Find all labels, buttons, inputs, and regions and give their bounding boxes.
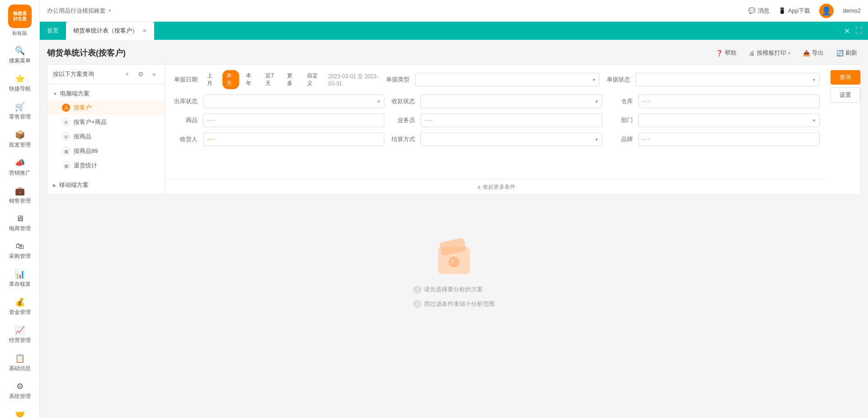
empty-tip-1: 1 请先选择要分析的方案 [413,284,495,295]
sidebar-item-purchase[interactable]: 🛍 采购管理 [0,237,39,265]
order-status-select[interactable]: ▾ [636,73,820,86]
department-select[interactable]: ▾ [638,114,820,127]
export-label: 导出 [812,49,824,57]
filter-row-2: 出库状态 ▾ 收款状态 ▾ 仓库 [172,95,820,108]
tab-sales-stat[interactable]: 销货单统计表（按客户） ✕ [66,22,154,40]
download-icon: 📱 [778,7,786,14]
sidebar-item-wholesale[interactable]: 📦 批发管理 [0,125,39,153]
refresh-btn[interactable]: 🔄 刷新 [833,47,861,59]
user-avatar-img: 👤 [821,6,831,16]
date-btn-more[interactable]: 更多 [283,70,300,89]
sidebar-item-marketing[interactable]: 📣 营销推广 [0,153,39,181]
app-title-dropdown[interactable]: ▾ [108,8,111,14]
date-btn-7days[interactable]: 近7天 [261,70,280,89]
scheme-settings-btn[interactable]: ⚙ [136,69,146,79]
sidebar-item-basic[interactable]: 📋 基础信息 [0,349,39,377]
scheme-header: 按以下方案查询 ＋ ⚙ « [47,65,165,84]
print-btn[interactable]: 🖨 按模板打印 ▾ [745,47,794,59]
help-btn[interactable]: ❓ 帮助 [712,47,740,59]
date-btn-thismonth[interactable]: 本月 [222,70,239,89]
goods-label: 商品 [172,116,198,124]
scheme-item-return-stat[interactable]: ▦ 退货统计 [47,158,165,173]
query-buttons: 查询 设置 [827,65,860,195]
tip2-text: 用过滤条件来缩小分析范围 [424,298,495,310]
sidebar-item-system[interactable]: ⚙ 系统管理 [0,377,39,405]
out-status-select[interactable]: ▾ [203,95,384,108]
page-actions: ❓ 帮助 🖨 按模板打印 ▾ 📤 导出 🔄 刷新 [712,47,861,59]
export-btn[interactable]: 📤 导出 [799,47,827,59]
by-customer-goods-label: 按客户+商品 [74,118,107,126]
marketing-label: 营销推广 [9,169,31,177]
inventory-icon: 📊 [15,269,25,279]
brand-label: 品牌 [608,135,633,143]
search-icon: 🔍 [15,46,25,56]
date-btn-lastmonth[interactable]: 上月 [203,70,220,89]
scheme-item-by-goods-99[interactable]: ▦ 按商品99 [47,144,165,158]
filter-right-wrapper: 单据日期 上月 本月 本年 近7天 更多 自定义 2023-03-01 至 20… [165,65,827,195]
salesman-select[interactable]: ··· [420,114,602,127]
settings-btn[interactable]: 设置 [830,87,860,103]
scheme-item-by-customer[interactable]: 人 按客户 [47,100,165,115]
sidebar-item-ecom[interactable]: 🖥 电商管理 [0,209,39,237]
scheme-collapse-btn[interactable]: « [149,69,159,79]
order-type-arrow: ▾ [593,77,595,83]
date-label: 单据日期 [172,76,198,84]
svg-text:!: ! [452,258,454,266]
tab-close-window-icon[interactable]: ✕ [842,25,852,37]
tab-home[interactable]: 首页 [40,22,66,40]
collapse-bar[interactable]: ∧ 收起更多条件 [165,179,827,195]
svg-point-2 [448,256,459,267]
by-customer-label: 按客户 [74,104,91,112]
goods-dots: ··· [207,116,216,124]
empty-state: ! 1 请先选择要分析的方案 2 用过滤条件来缩小分析范围 [47,195,861,346]
salesman-dots: ··· [425,116,433,124]
return-stat-label: 退货统计 [74,162,97,170]
filter-container: 按以下方案查询 ＋ ⚙ « ▼ 电脑端方案 人 按客户 [47,64,861,195]
scheme-add-btn[interactable]: ＋ [122,69,132,79]
ops-label: 经营管理 [9,337,31,344]
payment-status-arrow: ▾ [595,99,598,104]
warehouse-select[interactable]: ··· [638,95,820,108]
sidebar-item-sales[interactable]: 💼 销售管理 [0,181,39,209]
payment-status-select[interactable]: ▾ [420,95,602,108]
sidebar-item-quicknav[interactable]: ⭐ 快捷导航 [0,69,39,97]
sidebar-item-retail[interactable]: 🛒 零售管理 [0,97,39,125]
recipient-select[interactable]: ··· [203,133,384,146]
payment-status-label: 收款状态 [390,97,415,105]
refresh-label: 刷新 [845,49,857,57]
filter-row-1: 单据日期 上月 本月 本年 近7天 更多 自定义 2023-03-01 至 20… [172,70,820,89]
date-btn-custom[interactable]: 自定义 [303,70,324,89]
message-btn[interactable]: 💬 消息 [748,7,769,15]
sidebar-item-corp[interactable]: 🤝 企业协同 [0,405,39,418]
brand-select[interactable]: ··· [638,133,820,146]
tip2-num: 2 [413,300,421,308]
top-header-right: 💬 消息 📱 App下载 👤 demo2 [748,4,861,18]
page-title: 销货单统计表(按客户) [47,48,126,58]
sidebar-item-inventory[interactable]: 📊 库存核算 [0,265,39,293]
empty-svg: ! [427,231,481,276]
settlement-select[interactable]: ▾ [420,133,602,146]
tab-home-label: 首页 [47,27,59,35]
scheme-section-mobile-title[interactable]: ▶ 移动端方案 [47,178,165,192]
tab-maximize-icon[interactable]: ⛶ [854,25,864,37]
query-btn[interactable]: 查询 [830,70,860,85]
app-download-btn[interactable]: 📱 App下载 [778,7,810,15]
print-dropdown-icon: ▾ [788,51,790,56]
date-btn-thisyear[interactable]: 本年 [242,70,259,89]
user-avatar[interactable]: 👤 [819,4,834,18]
corp-icon: 🤝 [15,409,25,418]
scheme-item-by-goods[interactable]: ⊞ 按商品 [47,129,165,144]
basic-icon: 📋 [15,353,25,363]
sidebar-item-ops[interactable]: 📈 经营管理 [0,321,39,349]
app-logo-icon: 畅捷通好生意 [8,5,32,28]
order-type-select[interactable]: ▾ [415,73,599,86]
collapse-up-icon: ∧ [477,184,481,190]
section-arrow-icon: ▼ [53,91,57,96]
ecom-label: 电商管理 [9,225,31,233]
sidebar-item-finance[interactable]: 💰 资金管理 [0,293,39,321]
tab-close-icon[interactable]: ✕ [142,28,147,34]
scheme-section-desktop-title[interactable]: ▼ 电脑端方案 [47,87,165,100]
scheme-item-by-customer-goods[interactable]: ⊞ 按客户+商品 [47,115,165,129]
sidebar-item-search[interactable]: 🔍 搜索菜单 [0,41,39,69]
goods-select[interactable]: ··· [203,114,384,127]
